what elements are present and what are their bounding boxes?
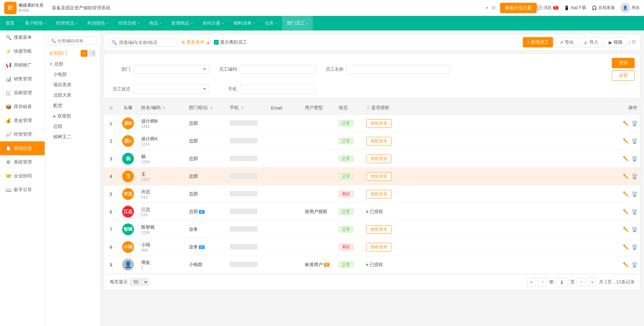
tree-item-shuangzuo[interactable]: ▶双座想 — [45, 111, 100, 121]
last-page-btn[interactable]: » — [588, 277, 597, 287]
sidebar-item-quicknav[interactable]: ⚡ 快捷导航 — [0, 44, 45, 58]
close-icon[interactable]: × — [75, 21, 78, 25]
tree-item-peihuo[interactable]: 配货 — [45, 100, 100, 111]
dept-search-wrap[interactable]: 🔍 — [48, 37, 97, 45]
tab-warehouse[interactable]: 仓库 × — [260, 16, 282, 30]
tab-operation[interactable]: 经营情况 × — [51, 16, 82, 30]
edit-icon[interactable]: ✏️ — [623, 156, 629, 161]
sidebar-item-purchase[interactable]: 🛒 采购管理 — [0, 86, 45, 100]
dropdown-icon[interactable]: ▾ — [486, 5, 488, 10]
auth-button[interactable]: 授权登录 — [366, 137, 392, 146]
code-filter-input[interactable] — [240, 65, 316, 74]
tab-goods[interactable]: 商品 × — [144, 16, 166, 30]
tree-item-xiaodibu[interactable]: 小电部 — [45, 69, 100, 80]
sidebar-item-guide[interactable]: 📖 新手引导 — [0, 183, 45, 197]
tab-history[interactable]: 经营历程 × — [114, 16, 145, 30]
info-icon[interactable]: ⓘ — [366, 105, 370, 110]
auth-button[interactable]: 授权登录 — [366, 155, 392, 163]
sidebar-item-sales[interactable]: 📊 销售管理 — [0, 72, 45, 86]
sidebar-item-inventory[interactable]: 📦 库存核算 — [0, 100, 45, 114]
delete-icon[interactable]: 🗑️ — [632, 174, 637, 179]
sort-dept-icon[interactable]: ⇅ — [210, 106, 213, 110]
tab-bom[interactable]: 物料清单 × — [229, 16, 260, 30]
edit-icon[interactable]: ✏️ — [623, 244, 629, 250]
delete-icon[interactable]: 🗑️ — [632, 138, 637, 144]
edit-icon[interactable]: ✏️ — [623, 191, 629, 197]
tree-item-zongbu-root[interactable]: ▼总部 — [45, 59, 100, 69]
tree-item-zongbu-child[interactable]: 总部 — [45, 121, 100, 132]
add-employee-button[interactable]: + 新增员工 — [523, 37, 553, 47]
tab-customer[interactable]: 客户联络 × — [20, 16, 51, 30]
delete-icon[interactable]: 🗑️ — [632, 209, 637, 214]
edit-icon[interactable]: ✏️ — [623, 262, 629, 267]
close-icon[interactable]: × — [44, 21, 46, 25]
experience-button[interactable]: 体验行业方案 — [500, 3, 537, 13]
prev-page-btn[interactable]: ‹ — [538, 277, 547, 287]
dept-collapse-icon[interactable]: 《 — [89, 50, 96, 57]
close-icon[interactable]: × — [191, 21, 193, 25]
search-button[interactable]: 查询 — [612, 58, 635, 68]
status-filter-select[interactable] — [133, 84, 209, 94]
auth-button[interactable]: 授权登录 — [366, 172, 392, 181]
more-filter-btn[interactable]: ⚙ 更多条件 ▲ — [181, 39, 210, 45]
auth-button[interactable]: 授权登录 — [366, 243, 392, 252]
edit-icon[interactable]: ✏️ — [623, 121, 629, 126]
delete-icon[interactable]: 🗑️ — [632, 262, 637, 267]
delete-icon[interactable]: 🗑️ — [632, 244, 637, 250]
online-service-action[interactable]: 🎧 在线客服 — [592, 5, 615, 11]
th-dept[interactable]: 部门/职位 ⇅ — [186, 101, 227, 115]
tree-item-zhishu[interactable]: 植树王二 — [45, 132, 100, 142]
sidebar-item-ops[interactable]: 📈 经营管理 — [0, 127, 45, 141]
sort-phone-icon[interactable]: ⇅ — [241, 106, 244, 110]
export-button[interactable]: ↗ 导出 — [556, 37, 578, 47]
user-action[interactable]: 👤 用友 — [620, 3, 640, 13]
sidebar-item-collab[interactable]: 🤝 企业协同 — [0, 169, 45, 183]
phone-filter-input[interactable] — [240, 84, 316, 94]
close-icon[interactable]: × — [107, 21, 109, 25]
search-input[interactable] — [119, 40, 174, 45]
settings-icon[interactable]: ⚙ — [109, 105, 113, 111]
tab-employees[interactable]: 部门员工 × — [282, 16, 313, 30]
message-action[interactable]: 💬 消息 6 — [537, 5, 559, 11]
delete-icon[interactable]: 🗑️ — [632, 227, 637, 232]
sort-icon[interactable]: ⇅ — [162, 106, 165, 110]
search-input-wrap[interactable]: 🔍 — [108, 38, 178, 47]
dept-add-icon[interactable]: + — [81, 50, 88, 57]
tree-item-xiangmu[interactable]: 项目库房 — [45, 80, 100, 90]
tab-barcode[interactable]: 条码方案 × — [198, 16, 229, 30]
close-icon[interactable]: × — [138, 21, 140, 25]
sidebar-item-search[interactable]: 🔍 搜索菜单 — [0, 30, 45, 44]
tab-profit[interactable]: 利润报告 × — [82, 16, 114, 30]
delete-icon[interactable]: 🗑️ — [632, 121, 637, 126]
delete-icon[interactable]: 🗑️ — [632, 191, 637, 197]
th-phone[interactable]: 手机 ⇅ — [227, 101, 268, 115]
th-name[interactable]: 姓名/编码 ⇅ — [138, 101, 186, 115]
close-icon[interactable]: × — [306, 21, 308, 25]
sidebar-item-finance[interactable]: 💰 资金管理 — [0, 114, 45, 127]
page-size-select[interactable]: 50 100 — [130, 278, 149, 286]
close-icon[interactable]: × — [253, 21, 255, 25]
show-departed-toggle[interactable]: ✓ 显示离职员工 — [214, 39, 247, 45]
close-icon[interactable]: × — [160, 21, 162, 25]
gear-icon[interactable]: ⚙ — [491, 5, 496, 11]
tree-item-shenyang[interactable]: 沈阳大库 — [45, 90, 100, 100]
edit-icon[interactable]: ✏️ — [623, 174, 629, 179]
edit-icon[interactable]: ✏️ — [623, 227, 629, 232]
tab-add-goods[interactable]: 新增商品 × — [166, 16, 198, 30]
sidebar-item-basic[interactable]: 📋 基础信息 — [0, 141, 45, 155]
close-icon[interactable]: × — [275, 21, 277, 25]
auth-button[interactable]: 授权登录 — [366, 225, 392, 234]
first-page-btn[interactable]: « — [527, 277, 536, 287]
help-icon[interactable]: | 帮 — [629, 39, 636, 45]
tab-home[interactable]: 首页 — [0, 16, 20, 30]
auth-button[interactable]: 授权登录 — [366, 190, 392, 199]
set-button[interactable]: 设置 — [612, 70, 635, 81]
th-settings[interactable]: ⚙ — [104, 101, 118, 115]
dept-filter-select[interactable] — [133, 65, 209, 74]
close-icon[interactable]: × — [222, 21, 224, 25]
sidebar-item-system[interactable]: ⚙ 系统管理 — [0, 155, 45, 169]
auth-button[interactable]: 授权登录 — [366, 119, 392, 128]
page-number-input[interactable] — [556, 277, 568, 287]
import-button[interactable]: ↙ 导入 — [580, 37, 602, 47]
sidebar-item-marketing[interactable]: 📢 营销推广 — [0, 58, 45, 72]
